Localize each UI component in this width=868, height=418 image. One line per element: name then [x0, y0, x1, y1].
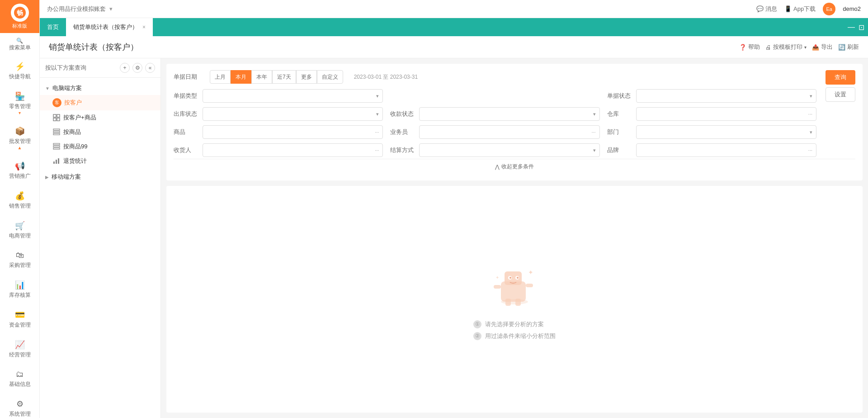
tree-child-by-goods99[interactable]: 按商品99: [40, 139, 160, 154]
panel-add-btn[interactable]: +: [120, 63, 130, 73]
receiver-more-icon: ···: [375, 147, 379, 153]
panel-header: 按以下方案查询 + ⚙ «: [40, 58, 160, 78]
date-filter: 上月 本月 本年 近7天 更多 自定义: [210, 70, 343, 84]
tab-home[interactable]: 首页: [40, 18, 66, 36]
panel-collapse-btn[interactable]: «: [145, 63, 155, 73]
tab-close-icon[interactable]: ×: [142, 24, 146, 30]
brand-input[interactable]: ···: [636, 143, 816, 157]
order-status-input[interactable]: ▾: [636, 89, 816, 103]
tree-child-by-customer[interactable]: 客 按客户: [40, 95, 160, 110]
sidebar-item-ecommerce[interactable]: 🛒 电商管理: [0, 215, 39, 245]
sidebar-item-wholesale[interactable]: 📦 批发管理 ▲: [0, 121, 39, 156]
base-icon: 🗂: [16, 370, 24, 379]
goods-input[interactable]: ···: [203, 125, 383, 139]
sidebar-item-base[interactable]: 🗂 基础信息: [0, 364, 39, 394]
order-type-arrow: ▾: [376, 93, 379, 99]
customer-icon: 客: [52, 98, 61, 107]
collect-status-input[interactable]: ▾: [419, 107, 599, 121]
sidebar-item-inventory[interactable]: 📊 库存核算: [0, 275, 39, 304]
dept-label: 部门: [607, 128, 632, 136]
filter-warehouse: 仓库 ···: [607, 107, 816, 121]
expand-icon: ▼: [45, 86, 50, 91]
filter-collect-status: 收款状态 ▾: [390, 107, 599, 121]
message-icon: 💬: [756, 5, 764, 12]
export-btn[interactable]: 📤 导出: [812, 43, 833, 51]
date-btn-custom[interactable]: 自定义: [317, 70, 343, 84]
brand-label: 品牌: [607, 146, 632, 154]
help-btn[interactable]: ❓ 帮助: [739, 43, 760, 51]
panel-settings-btn[interactable]: ⚙: [132, 63, 142, 73]
logo-area[interactable]: 畅 标准版: [0, 0, 39, 33]
quick-nav-icon: ⚡: [15, 62, 25, 71]
app-download-btn[interactable]: 📱 App下载: [784, 5, 816, 13]
page-header: 销货单统计表（按客户） ❓ 帮助 🖨 按模板打印 ▾ 📤 导出 🔄 刷新: [40, 36, 868, 58]
refresh-icon: 🔄: [838, 44, 845, 51]
query-btn[interactable]: 查询: [826, 70, 855, 85]
filter-dept: 部门 ▾: [607, 125, 816, 139]
date-btn-7days[interactable]: 近7天: [272, 70, 296, 84]
sidebar-item-operations[interactable]: 📈 经营管理: [0, 334, 39, 364]
filter-order-status: 单据状态 ▾: [607, 89, 816, 103]
warehouse-label: 仓库: [607, 110, 632, 118]
empty-tip-2: ② 用过滤条件来缩小分析范围: [473, 332, 556, 340]
sidebar-item-finance[interactable]: 💳 资金管理: [0, 304, 39, 334]
main-area: 办公用品行业模拟账套 ▾ 💬 消息 📱 App下载 Ea demo2 首页 销货…: [40, 0, 868, 418]
avatar: Ea: [823, 3, 835, 15]
logo-text: 标准版: [12, 23, 27, 29]
panel-title: 按以下方案查询: [45, 64, 86, 72]
dept-input[interactable]: ▾: [636, 125, 816, 139]
filter-payment: 结算方式 ▾: [390, 143, 599, 157]
svg-text:✦: ✦: [528, 269, 533, 276]
export-icon: 📤: [812, 44, 819, 51]
filter-row-1: 单据日期 上月 本月 本年 近7天 更多 自定义 2023-03-01 至 20…: [174, 70, 855, 157]
tab-active[interactable]: 销货单统计表（按客户） ×: [66, 18, 153, 36]
inventory-icon: 📊: [15, 280, 25, 290]
collapse-icon: ⋀: [495, 164, 500, 170]
out-status-label: 出库状态: [174, 110, 199, 118]
date-btn-this-year[interactable]: 本年: [251, 70, 272, 84]
receiver-input[interactable]: ···: [203, 143, 383, 157]
tab-minimize-btn[interactable]: —: [848, 23, 855, 31]
date-btn-last-month[interactable]: 上月: [210, 70, 231, 84]
date-btn-more[interactable]: 更多: [296, 70, 317, 84]
date-btn-this-month[interactable]: 本月: [231, 70, 251, 84]
filter-out-status: 出库状态 ▾: [174, 107, 383, 121]
svg-rect-11: [53, 148, 60, 149]
app-title-arrow[interactable]: ▾: [109, 5, 113, 12]
customer-goods-icon: [52, 114, 61, 122]
order-type-input[interactable]: ▾: [203, 89, 383, 103]
page-title: 销货单统计表（按客户）: [49, 42, 138, 52]
tree-child-by-customer-goods[interactable]: 按客户+商品: [40, 110, 160, 125]
out-status-input[interactable]: ▾: [203, 107, 383, 121]
filter-date-group: 单据日期 上月 本月 本年 近7天 更多 自定义 2023-03-01 至 20…: [174, 70, 816, 157]
tree-parent-desktop[interactable]: ▼ 电脑端方案: [40, 81, 160, 95]
print-btn[interactable]: 🖨 按模板打印 ▾: [765, 43, 807, 51]
warehouse-input[interactable]: ···: [636, 107, 816, 121]
user-name[interactable]: demo2: [843, 5, 861, 12]
sidebar-item-marketing[interactable]: 📢 营销推广: [0, 156, 39, 185]
settings-btn[interactable]: 设置: [826, 87, 855, 102]
warehouse-more-icon: ···: [808, 111, 812, 117]
sidebar-item-search[interactable]: 🔍 搜索菜单: [0, 33, 39, 56]
sidebar-item-system[interactable]: ⚙ 系统管理: [0, 394, 39, 418]
tree-child-returns[interactable]: 退货统计: [40, 154, 160, 168]
sidebar-item-sales[interactable]: 💰 销售管理: [0, 185, 39, 215]
order-status-label: 单据状态: [607, 92, 632, 100]
filter-date-row: 单据日期 上月 本月 本年 近7天 更多 自定义 2023-03-01 至 20…: [174, 70, 816, 84]
tab-bar: 首页 销货单统计表（按客户） × — ⊡: [40, 18, 868, 36]
tree-parent-mobile[interactable]: ▶ 移动端方案: [40, 170, 160, 184]
tab-maximize-btn[interactable]: ⊡: [859, 23, 864, 32]
sidebar-item-quick-nav[interactable]: ⚡ 快捷导航: [0, 56, 39, 86]
payment-input[interactable]: ▾: [419, 143, 599, 157]
goods99-icon: [52, 142, 61, 151]
empty-tips: ① 请先选择要分析的方案 ② 用过滤条件来缩小分析范围: [473, 320, 556, 340]
refresh-btn[interactable]: 🔄 刷新: [838, 43, 859, 51]
salesperson-input[interactable]: ···: [419, 125, 599, 139]
collapse-bar[interactable]: ⋀ 收起更多条件: [174, 159, 855, 174]
tree-child-by-goods[interactable]: 按商品: [40, 125, 160, 139]
message-btn[interactable]: 💬 消息: [756, 5, 777, 13]
sidebar-item-retail[interactable]: 🏪 零售管理 ▾: [0, 86, 39, 121]
salesperson-more-icon: ···: [591, 129, 595, 135]
panel-header-actions: + ⚙ «: [120, 63, 155, 73]
sidebar-item-purchase[interactable]: 🛍 采购管理: [0, 245, 39, 275]
